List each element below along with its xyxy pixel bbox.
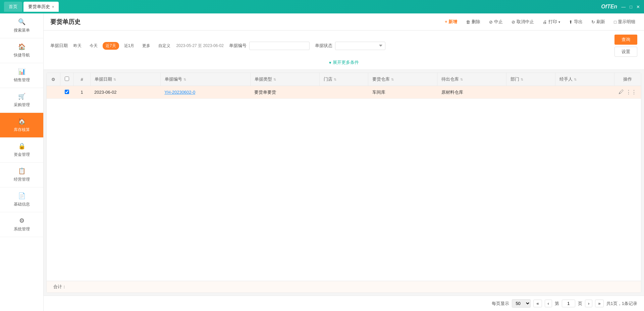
delete-button[interactable]: 🗑 删除 — [464, 17, 482, 26]
export-button[interactable]: ⬆ 导出 — [567, 17, 585, 26]
order-num-link[interactable]: YH-20230602-0 — [164, 90, 195, 95]
row-checkbox-cell — [60, 86, 73, 99]
print-button[interactable]: 🖨 打印 ▾ — [541, 17, 562, 26]
quick-nav-icon: 🏠 — [18, 43, 25, 50]
search-menu-icon: 🔍 — [18, 18, 25, 26]
th-settings[interactable]: ⚙ — [47, 73, 60, 86]
close-tab-icon[interactable]: × — [52, 5, 54, 9]
sidebar-item-quick-nav-label: 快捷导航 — [14, 52, 30, 58]
table-summary: 合计： — [47, 281, 641, 293]
th-handler-label: 经手人 — [559, 76, 573, 82]
th-handler[interactable]: 经手人 ⇅ — [555, 73, 614, 86]
th-action-label: 操作 — [623, 77, 632, 82]
show-detail-button[interactable]: □ 显示明细 — [612, 17, 637, 26]
date-filter-buttons: 昨天 今天 近7天 近1月 更多 自定义 — [70, 42, 173, 50]
sidebar-item-purchase-mgmt[interactable]: 🛒 采购管理 — [0, 88, 43, 113]
summary-label: 合计： — [53, 284, 66, 289]
select-all-checkbox[interactable] — [65, 77, 69, 81]
row-num: 1 — [73, 86, 90, 99]
th-action: 操作 — [614, 73, 641, 86]
settings-button[interactable]: 设置 — [614, 47, 637, 57]
date-btn-yesterday[interactable]: 昨天 — [70, 42, 85, 50]
purchase-mgmt-icon: 🛒 — [18, 93, 25, 100]
status-filter-group: 单据状态 — [315, 42, 385, 50]
expand-more-icon: ▾ — [329, 60, 331, 65]
th-order-type[interactable]: 单据类型 ⇅ — [250, 73, 319, 86]
row-order-type: 要货单要货 — [250, 86, 319, 99]
sidebar-item-operations-mgmt[interactable]: 📋 经营管理 — [0, 163, 43, 187]
tab-home[interactable]: 首页 — [4, 2, 22, 12]
th-pending-warehouse-sort-icon: ⇅ — [460, 78, 463, 81]
basic-info-icon: 📄 — [18, 192, 25, 199]
th-date-label: 单据日期 — [95, 76, 112, 82]
print-icon: 🖨 — [543, 19, 547, 25]
maximize-button[interactable]: □ — [630, 4, 632, 9]
cancel-stop-button[interactable]: ⊘ 取消中止 — [509, 17, 536, 26]
date-btn-last1month[interactable]: 近1月 — [121, 42, 138, 50]
per-page-select[interactable]: 50 10 20 100 — [512, 299, 531, 308]
window-close-button[interactable]: ✕ — [636, 4, 640, 9]
date-btn-last7days[interactable]: 近7天 — [103, 42, 119, 50]
th-date[interactable]: 单据日期 ⇅ — [90, 73, 160, 86]
minimize-button[interactable]: — — [621, 4, 626, 9]
th-handler-sort-icon: ⇅ — [574, 78, 577, 81]
brand-text: OfTEn — [601, 4, 617, 10]
row-department — [506, 86, 555, 99]
date-btn-more[interactable]: 更多 — [139, 42, 153, 50]
date-btn-custom[interactable]: 自定义 — [155, 42, 173, 50]
last-page-button[interactable]: » — [595, 300, 603, 307]
th-pending-warehouse[interactable]: 待出仓库 ⇅ — [437, 73, 506, 86]
th-department[interactable]: 部门 ⇅ — [506, 73, 555, 86]
th-store[interactable]: 门店 ⇅ — [319, 73, 368, 86]
inventory-calc-icon: 🏠 — [18, 118, 25, 125]
filter-row: 单据日期 昨天 今天 近7天 近1月 更多 自定义 2023-05-27 至 2… — [50, 35, 637, 57]
sidebar-item-quick-nav[interactable]: 🏠 快捷导航 — [0, 38, 43, 63]
sidebar-item-search-menu-label: 搜索菜单 — [14, 28, 30, 33]
expand-more-button[interactable]: ▾ 展开更多条件 — [50, 59, 637, 65]
refresh-button-label: 刷新 — [596, 19, 605, 25]
order-num-input[interactable] — [249, 42, 310, 50]
first-page-button[interactable]: « — [533, 300, 542, 307]
th-order-num[interactable]: 单据编号 ⇅ — [160, 73, 250, 86]
sidebar-item-basic-info[interactable]: 📄 基础信息 — [0, 187, 43, 212]
expand-more-label: 展开更多条件 — [333, 59, 359, 65]
row-checkbox[interactable] — [65, 90, 69, 94]
page-title: 要货单历史 — [50, 18, 80, 30]
date-btn-today[interactable]: 今天 — [87, 42, 101, 50]
export-icon: ⬆ — [569, 19, 573, 25]
table-settings-icon[interactable]: ⚙ — [51, 77, 55, 82]
action-buttons: 查询 设置 — [614, 35, 637, 57]
new-button[interactable]: + 新增 — [443, 17, 459, 26]
sidebar-item-system-mgmt[interactable]: ⚙ 系统管理 — [0, 212, 43, 237]
tab-requisition-history[interactable]: 要货单历史 × — [23, 2, 59, 12]
top-bar: 首页 要货单历史 × OfTEn — □ ✕ — [0, 0, 644, 13]
toolbar: + 新增 🗑 删除 ⊘ 中止 ⊘ 取消中止 🖨 打印 ▾ — [443, 17, 637, 30]
sidebar-item-system-mgmt-label: 系统管理 — [14, 226, 30, 232]
per-page-label: 每页显示 — [492, 301, 509, 307]
content-area: 要货单历史 + 新增 🗑 删除 ⊘ 中止 ⊘ 取消中止 🖨 — [44, 13, 644, 311]
sidebar-item-purchase-mgmt-label: 采购管理 — [14, 102, 30, 108]
pagination: 每页显示 50 10 20 100 « ‹ 第 页 › » 共1页，1条记录 — [44, 296, 644, 311]
stop-button[interactable]: ⊘ 中止 — [487, 17, 505, 26]
th-req-warehouse[interactable]: 要货仓库 ⇅ — [368, 73, 437, 86]
finance-mgmt-icon: 🔒 — [18, 142, 25, 150]
refresh-button[interactable]: ↻ 刷新 — [589, 17, 607, 26]
query-button[interactable]: 查询 — [614, 35, 637, 45]
status-select[interactable] — [335, 42, 385, 50]
page-number-input[interactable] — [562, 300, 575, 307]
sidebar-item-finance-mgmt[interactable]: 🔒 资金管理 — [0, 138, 43, 163]
prev-page-button[interactable]: ‹ — [545, 300, 552, 307]
operations-mgmt-icon: 📋 — [18, 167, 25, 175]
sidebar-item-inventory-calc[interactable]: 🏠 库存核算 — [0, 113, 43, 138]
row-more-icon[interactable]: ⋮⋮ — [626, 89, 637, 95]
page-input-label: 第 — [555, 301, 559, 307]
table-row[interactable]: 1 2023-06-02 YH-20230602-0 要货单要货 车间库 原材料… — [47, 86, 641, 99]
export-button-label: 导出 — [574, 19, 583, 25]
row-edit-icon[interactable]: 🖊 — [619, 89, 624, 95]
sidebar-item-search-menu[interactable]: 🔍 搜索菜单 — [0, 13, 43, 38]
row-settings-cell — [47, 86, 60, 99]
next-page-button[interactable]: › — [585, 300, 592, 307]
row-order-num[interactable]: YH-20230602-0 — [160, 86, 250, 99]
row-action-cell: 🖊 ⋮⋮ — [614, 86, 641, 99]
sidebar-item-sales-mgmt[interactable]: 📊 销售管理 — [0, 63, 43, 88]
